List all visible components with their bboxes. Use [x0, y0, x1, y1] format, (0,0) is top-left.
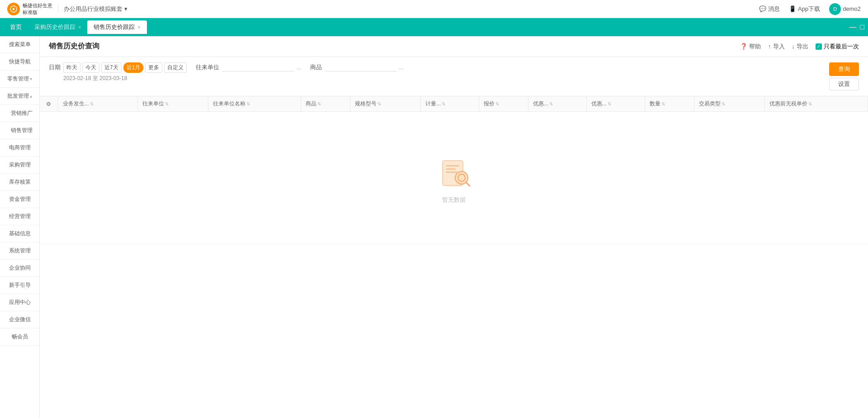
- goods-input[interactable]: [325, 62, 397, 71]
- date-filter-group: 日期 昨天 今天 近7天 近1月 更多 自定义 2023-02-18 至 202…: [49, 62, 187, 82]
- page-actions: ❓ 帮助 ↑ 导入 ↓ 导出 ✓ 只看最后一次: [740, 43, 859, 51]
- tab-sales-close[interactable]: ×: [137, 24, 140, 30]
- import-icon: ↑: [768, 43, 771, 50]
- tab-bar: 首页 采购历史价跟踪 × 销售历史价跟踪 × — □: [0, 18, 868, 36]
- tab-maximize-btn[interactable]: □: [860, 23, 864, 31]
- goods-picker-btn[interactable]: ...: [399, 64, 404, 71]
- tab-home[interactable]: 首页: [4, 20, 28, 34]
- sidebar-item-inventory[interactable]: 库存核算: [0, 174, 39, 191]
- page-title-bar: 销售历史价查询 ❓ 帮助 ↑ 导入 ↓ 导出 ✓ 只看最后一次: [40, 36, 868, 57]
- sidebar-item-retail-mgmt[interactable]: 零售管理 ▾: [0, 71, 39, 88]
- tab-purchase-close[interactable]: ×: [78, 24, 81, 30]
- sidebar-item-marketing[interactable]: 营销推广: [0, 105, 39, 122]
- tab-purchase-history[interactable]: 采购历史价跟踪 ×: [28, 20, 87, 34]
- app-download-action[interactable]: 📱 App下载: [789, 5, 820, 13]
- sidebar-item-guide[interactable]: 新手引导: [0, 277, 39, 294]
- only-last-checkbox[interactable]: ✓ 只看最后一次: [816, 43, 859, 51]
- date-btn-custom[interactable]: 自定义: [164, 62, 187, 73]
- sidebar-item-ecommerce[interactable]: 电商管理: [0, 139, 39, 157]
- empty-state: 暂无数据: [44, 115, 863, 240]
- col-settings[interactable]: ⚙: [40, 96, 58, 112]
- partner-picker-btn[interactable]: ...: [296, 64, 301, 71]
- date-btn-today[interactable]: 今天: [82, 62, 99, 73]
- col-quote[interactable]: 报价 ⇅: [479, 96, 528, 112]
- date-btn-1month[interactable]: 近1月: [123, 62, 144, 73]
- query-button[interactable]: 查询: [829, 62, 859, 76]
- page-title: 销售历史价查询: [49, 42, 99, 51]
- help-btn[interactable]: ❓ 帮助: [740, 43, 761, 51]
- app-logo-icon: [7, 3, 20, 15]
- export-btn[interactable]: ↓ 导出: [792, 43, 809, 51]
- sort-icon: ⇅: [808, 101, 812, 106]
- sidebar-item-search-menu[interactable]: 搜索菜单: [0, 36, 39, 53]
- col-biz-date[interactable]: 业务发生... ⇅: [58, 96, 137, 112]
- col-partner-code[interactable]: 往来单位 ⇅: [137, 96, 208, 112]
- svg-rect-3: [446, 165, 459, 166]
- selector-label: 办公用品行业模拟账套: [64, 5, 123, 13]
- col-pretax-price[interactable]: 优惠前无税单价 ⇅: [765, 96, 868, 112]
- sidebar-basicinfo-label: 基础信息: [9, 230, 31, 237]
- col-discount2[interactable]: 优惠... ⇅: [586, 96, 645, 112]
- sidebar-enterprise-label: 企业协同: [9, 265, 31, 271]
- col-trade-type[interactable]: 交易类型 ⇅: [694, 96, 765, 112]
- col-qty[interactable]: 数量 ⇅: [645, 96, 694, 112]
- settings-button[interactable]: 设置: [829, 78, 859, 90]
- logo-text: 畅捷信好生意 标准版: [23, 2, 52, 15]
- sidebar-item-sales-mgmt[interactable]: 销售管理: [0, 122, 39, 139]
- sidebar-item-app-center[interactable]: 应用中心: [0, 294, 39, 311]
- col-partner-name[interactable]: 往来单位名称 ⇅: [208, 96, 301, 112]
- export-icon: ↓: [792, 43, 795, 50]
- col-discount1[interactable]: 优惠... ⇅: [528, 96, 586, 112]
- gear-icon: ⚙: [46, 101, 51, 107]
- top-bar-left: 畅捷信好生意 标准版 办公用品行业模拟账套 ▾: [7, 2, 127, 15]
- partner-input[interactable]: [222, 62, 294, 71]
- username-label: demo2: [843, 5, 861, 12]
- col-unit[interactable]: 计量... ⇅: [421, 96, 479, 112]
- tab-sales-history[interactable]: 销售历史价跟踪 ×: [87, 20, 146, 34]
- sidebar-member-label: 畅会员: [12, 333, 28, 340]
- user-action[interactable]: D demo2: [829, 3, 861, 15]
- chevron-down-icon: ▾: [30, 76, 32, 81]
- table-body: 暂无数据: [40, 112, 868, 244]
- import-label: 导入: [773, 43, 785, 51]
- only-last-label: 只看最后一次: [824, 43, 859, 51]
- import-btn[interactable]: ↑ 导入: [768, 43, 785, 51]
- sidebar-item-purchase-mgmt[interactable]: 采购管理: [0, 157, 39, 174]
- sort-icon: ⇅: [549, 101, 553, 106]
- logo-area: 畅捷信好生意 标准版: [7, 2, 52, 15]
- date-btn-more[interactable]: 更多: [145, 62, 162, 73]
- sidebar-item-system[interactable]: 系统管理: [0, 242, 39, 260]
- sidebar-search-label: 搜索菜单: [9, 41, 31, 48]
- sidebar-system-label: 系统管理: [9, 247, 31, 254]
- sidebar-item-member[interactable]: 畅会员: [0, 328, 39, 346]
- filter-bar: 日期 昨天 今天 近7天 近1月 更多 自定义 2023-02-18 至 202…: [40, 57, 868, 96]
- sidebar-quicknav-label: 快捷导航: [9, 58, 31, 65]
- sidebar-wechat-label: 企业微信: [9, 316, 31, 323]
- goods-filter-group: 商品 ...: [310, 62, 404, 71]
- date-btn-yesterday[interactable]: 昨天: [63, 62, 80, 73]
- app-selector[interactable]: 办公用品行业模拟账套 ▾: [58, 5, 127, 13]
- sidebar-item-enterprise[interactable]: 企业协同: [0, 260, 39, 277]
- date-btn-7days[interactable]: 近7天: [101, 62, 122, 73]
- sidebar-item-wholesale-mgmt[interactable]: 批发管理 ▴: [0, 88, 39, 105]
- sidebar-item-operations[interactable]: 经营管理: [0, 208, 39, 225]
- col-goods[interactable]: 商品 ⇅: [301, 96, 350, 112]
- partner-input-group: ...: [222, 62, 301, 71]
- sidebar-sales-label: 销售管理: [11, 127, 33, 133]
- sidebar-ecommerce-label: 电商管理: [9, 144, 31, 151]
- sidebar-item-finance[interactable]: 资金管理: [0, 191, 39, 208]
- help-icon: ❓: [740, 43, 747, 50]
- col-spec[interactable]: 规格型号 ⇅: [350, 96, 421, 112]
- avatar: D: [829, 3, 841, 15]
- sidebar-item-basic-info[interactable]: 基础信息: [0, 225, 39, 242]
- content-area: 销售历史价查询 ❓ 帮助 ↑ 导入 ↓ 导出 ✓ 只看最后一次: [40, 36, 868, 418]
- sort-icon: ⇅: [722, 101, 725, 106]
- export-label: 导出: [797, 43, 808, 51]
- sidebar-item-wechat[interactable]: 企业微信: [0, 311, 39, 328]
- message-action[interactable]: 💬 消息: [759, 5, 780, 13]
- tab-minimize-btn[interactable]: —: [849, 23, 856, 31]
- sidebar-item-quick-nav[interactable]: 快捷导航: [0, 53, 39, 71]
- svg-rect-5: [446, 171, 458, 173]
- sort-icon: ⇅: [165, 101, 169, 106]
- sidebar-wholesale-label: 批发管理: [7, 92, 29, 100]
